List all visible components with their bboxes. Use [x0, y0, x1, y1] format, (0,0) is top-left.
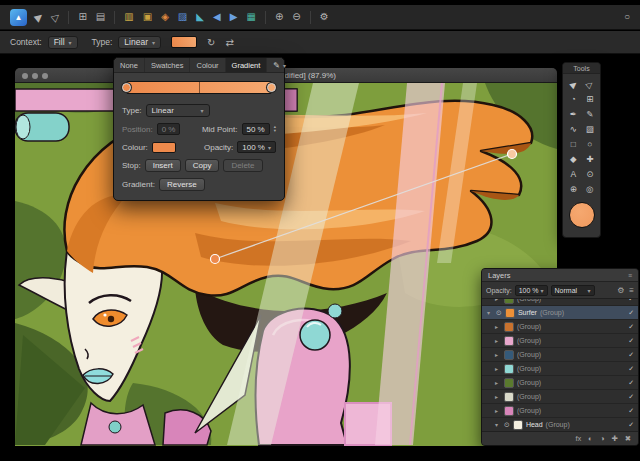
- minimize-button[interactable]: [32, 73, 38, 79]
- rectangle-tool-icon[interactable]: □: [565, 136, 582, 151]
- layer-row-group-7[interactable]: ▸(Group)✓: [482, 390, 638, 404]
- gradient-stop-end[interactable]: [267, 83, 276, 92]
- snapping-icon[interactable]: ⊕: [275, 12, 283, 22]
- layer-row-group-0[interactable]: ▸(Group)✓: [482, 299, 638, 306]
- panel-options-icon[interactable]: ≡: [629, 286, 634, 295]
- preferences-icon[interactable]: ⚙: [320, 12, 329, 22]
- close-button[interactable]: [22, 73, 28, 79]
- layer-visibility-checkbox[interactable]: ✓: [628, 323, 634, 331]
- node-cursor-icon[interactable]: ▷: [49, 11, 61, 24]
- position-input[interactable]: 0 %: [157, 123, 181, 135]
- copy-stop-button[interactable]: Copy: [185, 159, 220, 172]
- layer-row-head[interactable]: ▾⊙Head (Group)✓: [482, 418, 638, 431]
- opacity-input[interactable]: 100 % ▾: [237, 141, 276, 153]
- transparency-tool-icon[interactable]: ▨: [582, 121, 599, 136]
- disclosure-icon[interactable]: ▸: [495, 365, 501, 372]
- gradient-type-dropdown[interactable]: Linear ▾: [146, 104, 210, 117]
- export-icon[interactable]: ◈: [161, 12, 169, 22]
- blend-mode-dropdown[interactable]: Normal ▾: [551, 285, 595, 296]
- tab-swatches[interactable]: Swatches: [145, 58, 191, 72]
- visibility-eye-icon[interactable]: ⊙: [504, 421, 510, 429]
- layer-visibility-checkbox[interactable]: ✓: [628, 407, 634, 415]
- transform-icon[interactable]: ⊞: [78, 12, 86, 22]
- layer-visibility-checkbox[interactable]: ✓: [628, 365, 634, 373]
- disclosure-icon[interactable]: ▾: [487, 309, 493, 316]
- visibility-eye-icon[interactable]: ⊙: [496, 309, 502, 317]
- move-tool-icon[interactable]: ▶: [565, 76, 582, 91]
- eyedropper-icon[interactable]: ✎▾: [267, 58, 292, 72]
- gradient-editor[interactable]: [126, 81, 272, 94]
- midpoint-stepper[interactable]: ▴▾: [274, 125, 276, 133]
- node-tool-icon[interactable]: ▷: [582, 76, 599, 91]
- ellipse-tool-icon[interactable]: ○: [582, 136, 599, 151]
- canvas[interactable]: [15, 83, 557, 446]
- brush-tool-icon[interactable]: ∿: [565, 121, 582, 136]
- effects-icon[interactable]: fx: [576, 434, 582, 443]
- layers-opacity-input[interactable]: 100 % ▾: [515, 285, 548, 296]
- delete-stop-button[interactable]: Delete: [223, 159, 262, 172]
- app-logo-icon[interactable]: ▲: [10, 9, 27, 26]
- layer-visibility-checkbox[interactable]: ✓: [628, 351, 634, 359]
- zoom-tool-icon[interactable]: ⊙: [582, 166, 599, 181]
- layer-row-surfer[interactable]: ▾⊙Surfer (Group)✓: [482, 306, 638, 320]
- disclosure-icon[interactable]: ▸: [495, 393, 501, 400]
- tab-colour[interactable]: Colour: [190, 58, 225, 72]
- layer-row-group-2[interactable]: ▸(Group)✓: [482, 320, 638, 334]
- midpoint-input[interactable]: 50 %: [242, 123, 270, 135]
- redo-icon[interactable]: ▶: [230, 12, 238, 22]
- assistant-icon[interactable]: ⊖: [292, 12, 300, 22]
- add-layer-icon[interactable]: ✚: [611, 434, 617, 443]
- layer-visibility-checkbox[interactable]: ✓: [628, 309, 634, 317]
- disclosure-icon[interactable]: ▸: [495, 351, 501, 358]
- blend-options-gear-icon[interactable]: ⚙: [617, 286, 624, 295]
- grid-icon[interactable]: ▦: [246, 12, 255, 22]
- fill-gradient-swatch[interactable]: [171, 36, 197, 48]
- layer-row-group-5[interactable]: ▸(Group)✓: [482, 362, 638, 376]
- shape-tool-icon[interactable]: ✚: [582, 151, 599, 166]
- reverse-gradient-button[interactable]: Reverse: [159, 178, 205, 191]
- disclosure-icon[interactable]: ▸: [495, 323, 501, 330]
- insert-stop-button[interactable]: Insert: [145, 159, 181, 172]
- fill-tool-icon[interactable]: ◆: [565, 151, 582, 166]
- tab-none[interactable]: None: [114, 58, 145, 72]
- pencil-tool-icon[interactable]: ✎: [582, 106, 599, 121]
- disclosure-icon[interactable]: ▾: [495, 421, 501, 428]
- colour-picker-tool-icon[interactable]: ⊕: [565, 181, 582, 196]
- place-image-icon[interactable]: ▨: [178, 12, 187, 22]
- type-dropdown[interactable]: Linear ▾: [118, 36, 161, 49]
- layer-row-group-3[interactable]: ▸(Group)✓: [482, 334, 638, 348]
- layer-row-group-8[interactable]: ▸(Group)✓: [482, 404, 638, 418]
- pixel-persona-icon[interactable]: ◣: [196, 12, 204, 22]
- layer-visibility-checkbox[interactable]: ✓: [628, 299, 634, 303]
- move-cursor-icon[interactable]: ▶: [33, 11, 45, 24]
- new-document-icon[interactable]: ▥: [124, 12, 133, 22]
- adjustments-icon[interactable]: ◑: [600, 434, 605, 443]
- tab-gradient[interactable]: Gradient: [226, 58, 268, 72]
- zoom-button[interactable]: [42, 73, 48, 79]
- crop-tool-icon[interactable]: ⊞: [582, 91, 599, 106]
- delete-layer-icon[interactable]: ✖: [625, 434, 631, 443]
- rotate-gradient-icon[interactable]: ↻: [207, 37, 215, 48]
- text-tool-icon[interactable]: A: [565, 166, 582, 181]
- layer-visibility-checkbox[interactable]: ✓: [628, 337, 634, 345]
- layer-visibility-checkbox[interactable]: ✓: [628, 379, 634, 387]
- layer-visibility-checkbox[interactable]: ✓: [628, 421, 634, 429]
- layer-row-group-4[interactable]: ▸(Group)✓: [482, 348, 638, 362]
- disclosure-icon[interactable]: ▸: [495, 299, 501, 302]
- gradient-midpoint-marker[interactable]: [199, 82, 200, 93]
- reverse-gradient-icon[interactable]: ⇄: [225, 37, 233, 48]
- layer-visibility-checkbox[interactable]: ✓: [628, 393, 634, 401]
- open-document-icon[interactable]: ▣: [143, 12, 152, 22]
- disclosure-icon[interactable]: ▸: [495, 337, 501, 344]
- view-tool-icon[interactable]: ◎: [582, 181, 599, 196]
- layer-row-group-6[interactable]: ▸(Group)✓: [482, 376, 638, 390]
- stop-colour-swatch[interactable]: [152, 142, 176, 153]
- fill-colour-swatch[interactable]: [569, 202, 595, 228]
- disclosure-icon[interactable]: ▸: [495, 379, 501, 386]
- undo-icon[interactable]: ◀: [213, 12, 221, 22]
- mask-icon[interactable]: ◐: [588, 434, 593, 443]
- context-dropdown[interactable]: Fill ▾: [48, 36, 78, 49]
- gradient-stop-start[interactable]: [122, 83, 131, 92]
- corner-tool-icon[interactable]: ◔: [565, 91, 582, 106]
- alignment-icon[interactable]: ▤: [96, 12, 105, 22]
